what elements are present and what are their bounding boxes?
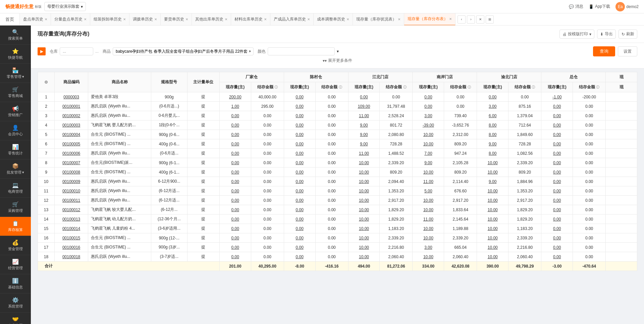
- row-fac-stock: 0.00: [219, 111, 251, 121]
- tab-close-fenbutable[interactable]: ✕: [449, 17, 452, 21]
- sidebar-item-search[interactable]: 🔍 搜索英单: [0, 26, 31, 45]
- row-jb-stock: 10.00: [348, 233, 380, 243]
- goods-input[interactable]: [113, 47, 254, 55]
- row-yb-stock: 8.00: [477, 130, 508, 139]
- tab-qitachu[interactable]: 其他出库单历史 ✕: [192, 13, 231, 26]
- sidebar-item-member[interactable]: 👤 会员中心: [0, 121, 31, 140]
- row-tot-stock: 0.00: [541, 158, 573, 168]
- tab-close-all-btn[interactable]: ✕: [476, 15, 484, 24]
- tab-xiancun-kuangtable[interactable]: 现存量（库存状况表） ✕: [353, 13, 404, 26]
- row-tot-amount: 0.00: [573, 139, 606, 149]
- row-tot-stock: 0.00: [541, 177, 573, 186]
- row-fac-amount: 0.00: [251, 149, 284, 158]
- app-download-btn[interactable]: 📱 App下载: [589, 4, 610, 9]
- row-spec: (0-6月适...: [151, 149, 187, 158]
- row-yb-amount: 875.16: [508, 102, 541, 111]
- tab-close-fenpandian[interactable]: ✕: [84, 17, 87, 21]
- tab-tiaob[interactable]: 调拨单历史 ✕: [129, 13, 161, 26]
- sidebar-item-nav[interactable]: ⭐ 快捷导航: [0, 45, 31, 64]
- row-cur: [606, 102, 637, 111]
- collab-icon: 🤝: [1, 316, 30, 322]
- content-area: 现存量查询(库存分布) 🖨 按模版打印 ▾ ⬇ 导出 ↻ 刷新: [31, 26, 644, 324]
- store-selector[interactable]: 母婴行业演示陈套 ▾: [44, 2, 86, 11]
- tab-expand-btn[interactable]: ⊞: [486, 15, 494, 24]
- row-tot-amount: 0.00: [573, 177, 606, 186]
- tab-close-zuzhechaichu[interactable]: ✕: [123, 17, 126, 21]
- summary-yb-stock: 390.00: [477, 262, 508, 271]
- purchase-icon: 🛒: [1, 201, 30, 207]
- row-cb-stock: 0.00: [284, 102, 315, 111]
- tab-close-kuangtable[interactable]: ✕: [398, 17, 400, 21]
- row-unit: 提: [187, 168, 219, 177]
- sidebar-item-wholesale[interactable]: 📦 批发管理 ▾: [0, 159, 31, 179]
- export-btn[interactable]: ⬇ 导出: [597, 30, 616, 39]
- row-no: 2: [38, 102, 55, 111]
- refresh-btn[interactable]: ↻ 刷新: [619, 30, 637, 39]
- print-btn[interactable]: 🖨 按模版打印 ▾: [559, 30, 594, 39]
- row-code: 00100011: [55, 196, 88, 205]
- row-na-amount: 2,312.00: [444, 130, 477, 139]
- tab-liachu[interactable]: 材料出库单历史 ✕: [231, 13, 270, 26]
- th-yb-stock: 现存量(主): [477, 82, 508, 92]
- sidebar-item-operation[interactable]: 📈 经营管理: [0, 255, 31, 274]
- sidebar-item-inventory[interactable]: 📋 库存核算: [0, 217, 31, 236]
- tab-close-tiaob[interactable]: ✕: [154, 17, 157, 21]
- sidebar-item-marketing[interactable]: 📢 营销推广: [0, 102, 31, 121]
- row-na-amount: 2,060.40: [444, 252, 477, 262]
- sidebar-item-retail-mgmt[interactable]: 🏪 零售管理 ▾: [0, 64, 31, 83]
- tab-close-pandian[interactable]: ✕: [45, 17, 47, 21]
- messages-btn[interactable]: 💬 消息: [569, 4, 583, 9]
- tab-pandian[interactable]: 盘点单历史 ✕: [20, 13, 51, 26]
- top-bar: 畅捷通好生意 标版 母婴行业演示陈套 ▾ 💬 消息 📱 App下载 Ea dem…: [0, 0, 644, 13]
- row-cur: [606, 205, 637, 215]
- row-no: 1: [38, 92, 55, 102]
- settings-icon[interactable]: ⚙: [44, 80, 48, 85]
- tab-home[interactable]: 首页: [0, 13, 20, 26]
- row-na-stock: 10.00: [413, 168, 444, 177]
- sidebar-item-finance[interactable]: 💰 资金管理: [0, 236, 31, 255]
- tab-close-chenben[interactable]: ✕: [346, 17, 349, 21]
- member-icon: 👤: [1, 125, 30, 131]
- tab-close-liachu[interactable]: ✕: [264, 17, 267, 21]
- tab-next-btn[interactable]: ›: [467, 15, 475, 24]
- row-unit: 提: [187, 92, 219, 102]
- th-jb-amount: 结存金额 ⓘ: [380, 82, 413, 92]
- tab-yaohuo[interactable]: 要货单历史 ✕: [161, 13, 192, 26]
- row-cb-amount: 0.00: [315, 149, 348, 158]
- row-jb-stock: 0.00: [348, 92, 380, 102]
- color-input[interactable]: [268, 47, 335, 55]
- tab-prev-btn[interactable]: ‹: [458, 15, 466, 24]
- setting-button[interactable]: 设置: [618, 46, 637, 56]
- arrow-icon: ▾: [22, 75, 24, 79]
- warehouse-input[interactable]: [60, 47, 93, 55]
- filter-toggle-btn[interactable]: ▶: [38, 47, 46, 55]
- table-area[interactable]: ⚙ 商品编码 商品名称 规格型号 主计量单位 厂家仓 陈村仓 江北门店 南岸门店…: [31, 68, 644, 324]
- tab-close-qitachu[interactable]: ✕: [225, 17, 227, 21]
- expand-conditions-btn[interactable]: ▾▾ 展开更多条件: [38, 56, 637, 65]
- search-button[interactable]: 查询: [593, 46, 615, 56]
- sidebar-item-collab[interactable]: 🤝 企业协同: [0, 313, 31, 324]
- sidebar-item-retail-stat[interactable]: 📊 零售统计: [0, 140, 31, 159]
- tab-fenpandian[interactable]: 分量盘点单历史 ✕: [51, 13, 90, 26]
- tab-xiancun-fenbutable[interactable]: 现存量（库存分布表） ✕: [404, 13, 455, 26]
- row-fac-amount: 0.00: [251, 205, 284, 215]
- tab-zuzhechaichu[interactable]: 组装拆卸单历史 ✕: [90, 13, 129, 26]
- row-yb-amount: 712.64: [508, 121, 541, 130]
- row-spec: 400g (6-1...: [151, 168, 187, 177]
- row-yb-stock: 9.00: [477, 139, 508, 149]
- sidebar-item-mall[interactable]: 🛒 零售商城: [0, 83, 31, 102]
- row-cb-amount: 0.00: [315, 196, 348, 205]
- sidebar-item-basic[interactable]: ℹ️ 基础信息: [0, 274, 31, 293]
- sidebar-item-system[interactable]: ⚙️ 系统管理: [0, 293, 31, 313]
- tab-chenben[interactable]: 成本调整单历史 ✕: [314, 13, 353, 26]
- tab-chancheng[interactable]: 产成品入库单历史 ✕: [270, 13, 314, 26]
- tab-close-chancheng[interactable]: ✕: [307, 17, 310, 21]
- user-area[interactable]: Ea demo2: [615, 2, 639, 11]
- sidebar-item-purchase[interactable]: 🛒 采购管理: [0, 198, 31, 217]
- row-na-stock: 0.00: [413, 102, 444, 111]
- sidebar-item-ecommerce[interactable]: 💻 电商管理: [0, 179, 31, 198]
- row-unit: 提: [187, 205, 219, 215]
- row-code: 00100001: [55, 102, 88, 111]
- tab-close-yaohuo[interactable]: ✕: [185, 17, 188, 21]
- row-na-amount: -3,652.76: [444, 121, 477, 130]
